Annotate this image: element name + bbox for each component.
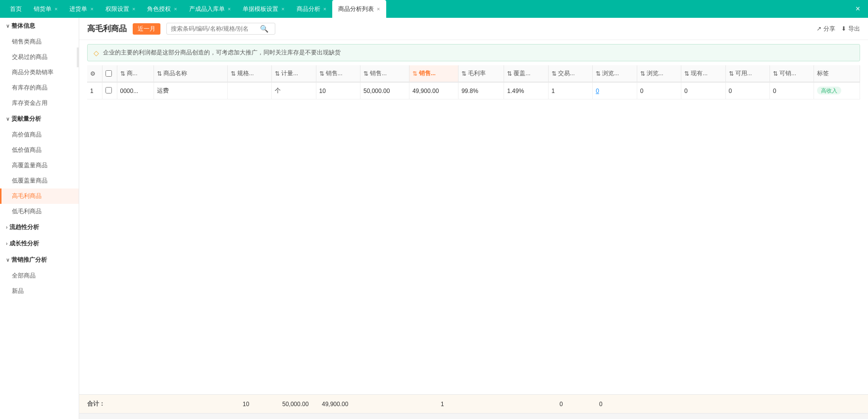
nav-tab-roles[interactable]: 角色授权 × <box>141 0 183 18</box>
sidebar-group-trend[interactable]: › 流趋性分析 <box>0 219 79 235</box>
close-roles-tab[interactable]: × <box>174 6 177 12</box>
footer-sales-profit: 49,900.00 <box>319 401 358 408</box>
sidebar-item-new-goods[interactable]: 新品 <box>0 283 79 299</box>
sidebar-item-low-margin[interactable]: 低毛利商品 <box>0 204 79 219</box>
col-gross-margin[interactable]: ⇅毛利率 <box>458 65 504 82</box>
sort-icon: ⇅ <box>507 70 512 77</box>
col-views1[interactable]: ⇅浏览... <box>593 65 637 82</box>
content-area: 高毛利商品 近一月 🔍 ↗ 分享 ⬇ 导出 ◇ 企业的主要的利润都是这部分商品创… <box>79 18 868 419</box>
sidebar-item-low-coverage[interactable]: 低覆盖量商品 <box>0 173 79 188</box>
col-saleable-stock[interactable]: ⇅可销... <box>770 65 814 82</box>
col-name[interactable]: ⇅商品名称 <box>153 65 227 82</box>
cell-coverage: 1.49% <box>504 82 548 99</box>
export-button[interactable]: ⬇ 导出 <box>841 25 860 33</box>
col-current-stock[interactable]: ⇅现有... <box>681 65 725 82</box>
footer-sales-amount: 50,000.00 <box>279 401 319 408</box>
sidebar-item-all-goods[interactable]: 全部商品 <box>0 268 79 283</box>
col-code[interactable]: ⇅商... <box>117 65 153 82</box>
sidebar-group-marketing-items: 全部商品 新品 <box>0 268 79 299</box>
close-analysis-list-tab[interactable]: × <box>377 6 380 12</box>
main-layout: ∨ 整体信息 销售类商品 交易过的商品 商品分类助销率 有库存的商品 库存资金占… <box>0 18 868 419</box>
sidebar-group-contribution-items: 高价值商品 低价值商品 高覆盖量商品 低覆盖量商品 高毛利商品 低毛利商品 <box>0 127 79 219</box>
nav-tab-purchase[interactable]: 进货单 × <box>63 0 99 18</box>
cell-sales-amount: 50,000.00 <box>360 82 409 99</box>
horizontal-scrollbar[interactable] <box>79 413 868 419</box>
col-sales-profit[interactable]: ⇅销售... <box>409 65 458 82</box>
sidebar-item-in-stock[interactable]: 有库存的商品 <box>0 80 79 95</box>
sort-icon: ⇅ <box>461 70 466 77</box>
sidebar-group-growth[interactable]: › 成长性分析 <box>0 235 79 252</box>
sidebar-collapse-btn[interactable]: « <box>77 47 79 67</box>
col-coverage[interactable]: ⇅覆盖... <box>504 65 548 82</box>
sidebar-item-low-value[interactable]: 低价值商品 <box>0 142 79 158</box>
cell-views1[interactable]: 0 <box>593 82 637 99</box>
sort-icon: ⇅ <box>773 70 778 77</box>
sidebar-item-traded-goods[interactable]: 交易过的商品 <box>0 49 79 65</box>
time-filter-button[interactable]: 近一月 <box>133 23 160 35</box>
sidebar-group-contribution[interactable]: ∨ 贡献量分析 <box>0 111 79 127</box>
footer-coverage <box>398 401 438 408</box>
close-analysis-tab[interactable]: × <box>323 6 326 12</box>
select-all-checkbox[interactable] <box>105 70 112 77</box>
close-sales-tab[interactable]: × <box>54 6 57 12</box>
sidebar-item-high-value[interactable]: 高价值商品 <box>0 127 79 142</box>
sidebar-item-category-rate[interactable]: 商品分类助销率 <box>0 65 79 80</box>
sort-icon: ⇅ <box>363 70 368 77</box>
close-finished-goods-tab[interactable]: × <box>228 6 231 12</box>
close-template-tab[interactable]: × <box>281 6 284 12</box>
nav-tab-permissions[interactable]: 权限设置 × <box>100 0 141 18</box>
cell-current-stock: 0 <box>681 82 725 99</box>
col-transactions[interactable]: ⇅交易... <box>548 65 592 82</box>
export-icon: ⬇ <box>841 25 846 32</box>
share-button[interactable]: ↗ 分享 <box>817 25 835 33</box>
sort-icon: ⇅ <box>729 70 734 77</box>
col-settings[interactable]: ⚙ <box>87 65 102 82</box>
nav-tab-finished-goods[interactable]: 产成品入库单 × <box>183 0 237 18</box>
col-sales-qty[interactable]: ⇅销售... <box>316 65 360 82</box>
sidebar-item-high-margin[interactable]: 高毛利商品 <box>0 188 79 204</box>
sort-icon: ⇅ <box>596 70 601 77</box>
nav-tab-sales[interactable]: 销货单 × <box>28 0 63 18</box>
page-title: 高毛利商品 <box>87 24 127 34</box>
table-row: 1 0000... 运费 个 10 50,000.00 49,900.00 99… <box>87 82 860 99</box>
col-available-stock[interactable]: ⇅可用... <box>725 65 769 82</box>
col-unit[interactable]: ⇅计量... <box>272 65 316 82</box>
col-spec[interactable]: ⇅规格... <box>227 65 271 82</box>
sidebar-group-marketing[interactable]: ∨ 营销推广分析 <box>0 252 79 268</box>
table-footer: 合计： 10 50,000.00 49,900.00 1 0 0 <box>79 394 868 413</box>
sidebar-item-sales-goods[interactable]: 销售类商品 <box>0 34 79 49</box>
sidebar-item-high-coverage[interactable]: 高覆盖量商品 <box>0 158 79 173</box>
col-tag[interactable]: 标签 <box>814 65 860 82</box>
cell-views2: 0 <box>637 82 681 99</box>
close-permissions-tab[interactable]: × <box>132 6 135 12</box>
cell-unit: 个 <box>272 82 316 99</box>
sort-icon: ⇅ <box>157 70 162 77</box>
table-header-row: ⚙ ⇅商... ⇅商品名称 ⇅规格... <box>87 65 860 82</box>
row-checkbox[interactable] <box>105 87 112 93</box>
close-purchase-tab[interactable]: × <box>90 6 93 12</box>
arrow-contribution: ∨ <box>6 116 9 122</box>
nav-tab-product-analysis[interactable]: 商品分析 × <box>291 0 332 18</box>
nav-tab-analysis-list[interactable]: 商品分析列表 × <box>332 0 386 18</box>
col-checkbox[interactable] <box>102 65 117 82</box>
footer-saleable-stock <box>636 401 675 408</box>
footer-label: 合计： <box>87 400 107 408</box>
col-views2[interactable]: ⇅浏览... <box>637 65 681 82</box>
nav-tab-template-settings[interactable]: 单据模板设置 × <box>237 0 290 18</box>
sidebar-item-stock-funds[interactable]: 库存资金占用 <box>0 95 79 111</box>
nav-tab-home[interactable]: 首页 <box>4 0 28 18</box>
col-sales-amount[interactable]: ⇅销售... <box>360 65 409 82</box>
sidebar-group-overall[interactable]: ∨ 整体信息 <box>0 18 79 34</box>
cell-sales-qty: 10 <box>316 82 360 99</box>
cell-checkbox[interactable] <box>102 82 117 99</box>
arrow-growth: › <box>6 241 7 246</box>
close-all-tabs[interactable]: × <box>852 4 864 13</box>
search-icon[interactable]: 🔍 <box>260 25 268 33</box>
info-banner: ◇ 企业的主要的利润都是这部分商品创造的，可考虑加大推广，同时关注库存是不要出现… <box>87 44 860 61</box>
settings-icon: ⚙ <box>90 70 96 77</box>
arrow-trend: › <box>6 225 7 230</box>
top-nav: 首页 销货单 × 进货单 × 权限设置 × 角色授权 × 产成品入库单 × 单据… <box>0 0 868 18</box>
search-input[interactable] <box>171 25 260 32</box>
data-table: ⚙ ⇅商... ⇅商品名称 ⇅规格... <box>87 65 860 99</box>
sort-icon: ⇅ <box>684 70 689 77</box>
